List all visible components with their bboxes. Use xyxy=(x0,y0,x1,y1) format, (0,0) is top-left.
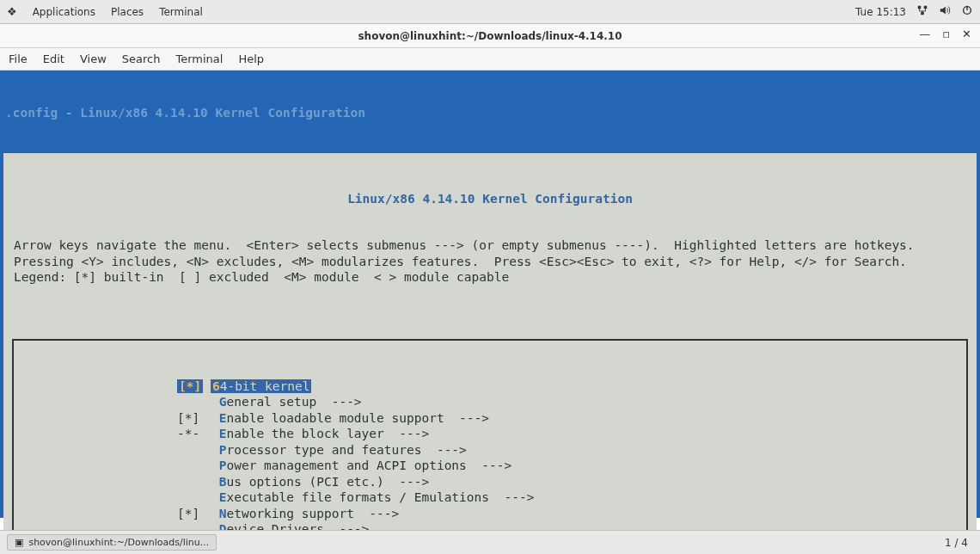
item-label: Power management and ACPI options ---> xyxy=(219,459,511,472)
menu-terminal[interactable]: Terminal xyxy=(159,6,203,18)
config-topline: .config - Linux/x86 4.14.10 Kernel Confi… xyxy=(3,105,977,122)
config-item-8[interactable]: [*] Networking support ---> xyxy=(14,506,966,522)
window-minimize-button[interactable]: — xyxy=(919,28,930,40)
item-label: Enable the block layer ---> xyxy=(219,427,429,440)
network-icon[interactable] xyxy=(916,4,928,19)
config-item-4[interactable]: Processor type and features ---> xyxy=(14,442,966,459)
item-state: [*] xyxy=(177,379,203,393)
window-close-button[interactable]: ✕ xyxy=(962,28,971,40)
item-label: Enable loadable module support ---> xyxy=(219,411,489,425)
config-menu-box: [*] 64-bit kernel General setup --->[*] … xyxy=(12,339,968,555)
config-item-5[interactable]: Power management and ACPI options ---> xyxy=(14,458,966,474)
item-label: General setup ---> xyxy=(219,395,362,409)
item-state xyxy=(177,474,211,489)
menu-view[interactable]: View xyxy=(80,52,107,65)
terminal-menubar: File Edit View Search Terminal Help xyxy=(0,48,980,71)
workspace-indicator[interactable]: 1 / 4 xyxy=(945,537,973,549)
taskbar-window-label: shovon@linuxhint:~/Downloads/linu... xyxy=(28,537,209,548)
config-help-text: Arrow keys navigate the menu. <Enter> se… xyxy=(12,237,968,292)
item-label: Networking support ---> xyxy=(219,507,400,520)
config-item-2[interactable]: [*] Enable loadable module support ---> xyxy=(14,410,966,427)
clock-label: Tue 15:13 xyxy=(855,6,906,18)
config-item-0[interactable]: [*] 64-bit kernel xyxy=(14,379,966,395)
item-state xyxy=(177,489,211,505)
config-heading: Linux/x86 4.14.10 Kernel Configuration xyxy=(12,191,968,206)
terminal-task-icon: ▣ xyxy=(15,537,23,548)
menu-places[interactable]: Places xyxy=(111,6,144,18)
item-label: Processor type and features ---> xyxy=(219,443,467,457)
config-item-3[interactable]: -*- Enable the block layer ---> xyxy=(14,426,966,442)
volume-icon[interactable] xyxy=(939,4,951,19)
item-label: Bus options (PCI etc.) ---> xyxy=(219,475,429,489)
item-state xyxy=(177,458,211,473)
item-state: [*] xyxy=(177,506,211,521)
config-item-1[interactable]: General setup ---> xyxy=(14,394,966,410)
config-item-6[interactable]: Bus options (PCI etc.) ---> xyxy=(14,474,966,490)
taskbar-window-button[interactable]: ▣ shovon@linuxhint:~/Downloads/linu... xyxy=(7,534,217,551)
menu-edit[interactable]: Edit xyxy=(43,52,64,65)
svg-rect-0 xyxy=(918,6,922,9)
config-item-7[interactable]: Executable file formats / Emulations ---… xyxy=(14,489,966,506)
menu-help[interactable]: Help xyxy=(238,52,264,65)
menu-applications[interactable]: Applications xyxy=(33,6,95,18)
bottom-taskbar: ▣ shovon@linuxhint:~/Downloads/linu... 1… xyxy=(0,530,980,554)
item-label: Executable file formats / Emulations ---… xyxy=(219,490,535,504)
power-icon[interactable] xyxy=(961,4,973,19)
menuconfig-panel: Linux/x86 4.14.10 Kernel Configuration A… xyxy=(3,153,977,554)
svg-rect-4 xyxy=(966,6,967,10)
terminal-area[interactable]: .config - Linux/x86 4.14.10 Kernel Confi… xyxy=(0,71,980,518)
item-label: 64-bit kernel xyxy=(211,379,312,393)
gnome-top-bar: ❖ Applications Places Terminal Tue 15:13 xyxy=(0,0,980,24)
window-title: shovon@linuxhint:~/Downloads/linux-4.14.… xyxy=(358,30,622,42)
item-state: [*] xyxy=(177,410,211,426)
window-maximize-button[interactable]: ▫ xyxy=(942,28,950,40)
menu-file[interactable]: File xyxy=(9,52,28,65)
item-state xyxy=(177,442,211,458)
menu-terminal-sub[interactable]: Terminal xyxy=(175,52,223,65)
menu-search[interactable]: Search xyxy=(122,52,161,65)
activities-icon: ❖ xyxy=(7,5,17,18)
svg-rect-1 xyxy=(924,6,928,9)
window-titlebar: shovon@linuxhint:~/Downloads/linux-4.14.… xyxy=(0,24,980,48)
item-state xyxy=(177,394,211,409)
item-state: -*- xyxy=(177,426,211,441)
